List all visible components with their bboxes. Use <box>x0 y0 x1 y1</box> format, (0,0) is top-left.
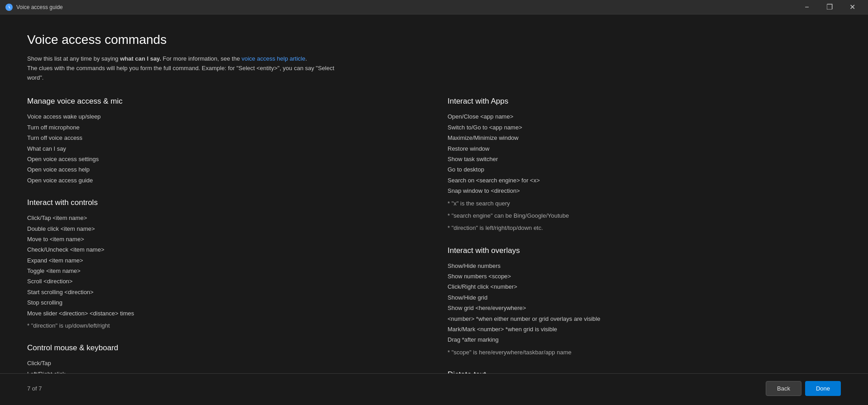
list-item: Open voice access settings <box>27 154 420 164</box>
section-item-list: Click/Tap <item name>Double click <item … <box>27 213 420 331</box>
columns: Manage voice access & micVoice access wa… <box>27 97 841 405</box>
intro-section: Show this list at any time by saying wha… <box>27 54 344 82</box>
section-title: Control mouse & keyboard <box>27 343 420 353</box>
page-title: Voice access commands <box>27 33 841 47</box>
list-item: Show numbers <scope> <box>448 271 841 281</box>
list-item-note: * "direction" is up/down/left/right <box>27 320 420 331</box>
list-item: Move to <item name> <box>27 234 420 244</box>
close-button[interactable]: ✕ <box>842 0 863 14</box>
main-content: Voice access commands Show this list at … <box>0 14 868 405</box>
section-title: Interact with controls <box>27 198 420 207</box>
app-icon <box>5 4 13 11</box>
left-column: Manage voice access & micVoice access wa… <box>27 97 420 405</box>
list-item: Turn off microphone <box>27 122 420 133</box>
help-article-link[interactable]: voice access help article <box>242 55 305 62</box>
list-item: Snap window to <direction> <box>448 186 841 196</box>
list-item: Search on <search engine> for <x> <box>448 175 841 186</box>
list-item: Switch to/Go to <app name> <box>448 122 841 133</box>
list-item: Restore window <box>448 143 841 154</box>
list-item: Double click <item name> <box>27 224 420 234</box>
section: Interact with overlaysShow/Hide numbersS… <box>448 246 841 358</box>
restore-button[interactable]: ❐ <box>819 0 840 14</box>
back-button[interactable]: Back <box>766 381 801 396</box>
list-item-note: * "direction" is left/right/top/down etc… <box>448 223 841 233</box>
list-item: Drag *after marking <box>448 334 841 345</box>
list-item: Click/Tap <item name> <box>27 213 420 223</box>
section-title: Interact with overlays <box>448 246 841 255</box>
list-item: Move slider <direction> <distance> times <box>27 308 420 319</box>
list-item: Show grid <here/everywhere> <box>448 303 841 313</box>
list-item: Open/Close <app name> <box>448 111 841 122</box>
minimize-button[interactable]: − <box>796 0 817 14</box>
right-column: Interact with AppsOpen/Close <app name>S… <box>448 97 841 405</box>
section-title: Interact with Apps <box>448 97 841 106</box>
section-item-list: Voice access wake up/sleepTurn off micro… <box>27 111 420 186</box>
intro-text-end: . <box>305 55 307 62</box>
list-item-note: * "search engine" can be Bing/Google/You… <box>448 210 841 221</box>
list-item: Stop scrolling <box>27 297 420 308</box>
list-item: Start scrolling <direction> <box>27 287 420 297</box>
list-item-note: * "scope" is here/everywhere/taskbar/app… <box>448 347 841 357</box>
intro-text-line2: The clues with the commands will help yo… <box>27 65 334 81</box>
list-item: Mark/Mark <number> *when grid is visible <box>448 324 841 334</box>
list-item: Show/Hide grid <box>448 292 841 303</box>
section: Interact with AppsOpen/Close <app name>S… <box>448 97 841 233</box>
list-item: Show/Hide numbers <box>448 261 841 271</box>
list-item: Maximize/Minimize window <box>448 133 841 143</box>
section-title: Manage voice access & mic <box>27 97 420 106</box>
list-item: What can I say <box>27 143 420 154</box>
titlebar: Voice access guide − ❐ ✕ <box>0 0 868 14</box>
list-item: Expand <item name> <box>27 255 420 266</box>
section-item-list: Show/Hide numbersShow numbers <scope>Cli… <box>448 261 841 358</box>
list-item: Scroll <direction> <box>27 276 420 286</box>
section: Manage voice access & micVoice access wa… <box>27 97 420 186</box>
intro-text-start: Show this list at any time by saying <box>27 55 120 62</box>
intro-text-mid: For more information, see the <box>161 55 242 62</box>
list-item: Click/Right click <number> <box>448 281 841 292</box>
list-item: Go to desktop <box>448 164 841 175</box>
section-item-list: Open/Close <app name>Switch to/Go to <ap… <box>448 111 841 233</box>
list-item: <number> *when either number or grid ove… <box>448 314 841 324</box>
list-item: Open voice access help <box>27 164 420 175</box>
page-indicator: 7 of 7 <box>27 385 42 392</box>
list-item: Voice access wake up/sleep <box>27 111 420 122</box>
list-item: Turn off voice access <box>27 133 420 143</box>
list-item: Click/Tap <box>27 358 420 368</box>
footer: 7 of 7 Back Done <box>0 373 868 405</box>
list-item: Open voice access guide <box>27 175 420 186</box>
list-item: Toggle <item name> <box>27 266 420 276</box>
done-button[interactable]: Done <box>805 381 841 396</box>
section: Interact with controlsClick/Tap <item na… <box>27 198 420 331</box>
list-item-note: * "x" is the search query <box>448 198 841 209</box>
list-item: Check/Uncheck <item name> <box>27 244 420 255</box>
list-item: Show task switcher <box>448 154 841 164</box>
footer-buttons: Back Done <box>766 381 841 396</box>
window-title: Voice access guide <box>16 4 63 10</box>
intro-bold: what can I say. <box>120 55 161 62</box>
